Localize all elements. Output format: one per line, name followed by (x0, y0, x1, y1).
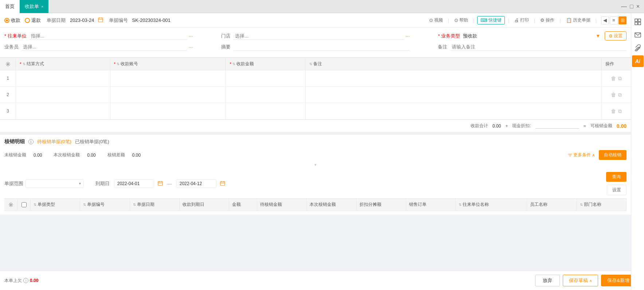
history-button[interactable]: 📋 历史单据 (564, 16, 593, 24)
number-field: 单据编号 SK-20230324-001 (109, 17, 171, 24)
toolbar-right: ⊙ 视频 | ⊙ 帮助 | ⌨ 快捷键 | 🖨 打印 | ⚙ 操作 (427, 16, 627, 24)
svg-point-9 (7, 63, 9, 65)
row-1-remark[interactable] (306, 70, 602, 86)
th-settings[interactable] (0, 59, 16, 70)
help-button[interactable]: ⊙ 帮助 (452, 16, 470, 24)
row-3-remark[interactable] (306, 103, 602, 119)
store-input[interactable] (233, 32, 404, 40)
row-3-account[interactable] (110, 103, 226, 119)
discount-input[interactable] (535, 123, 579, 129)
list-view-button[interactable]: ≡ (610, 16, 618, 24)
bth-date: ⇅ 单据日期 (130, 199, 180, 211)
select-all-checkbox[interactable] (21, 202, 27, 207)
tab-close-icon[interactable]: × (41, 0, 43, 13)
row-3-copy-icon[interactable]: ⧉ (618, 108, 622, 114)
window-close-button[interactable]: × (636, 3, 640, 10)
minimize-button[interactable]: — (621, 3, 627, 10)
date-calendar-icon[interactable] (98, 17, 103, 23)
save-draft-chevron: ∧ (589, 279, 592, 283)
row-1-num: 1 (0, 70, 16, 86)
row-3-delete-icon[interactable]: 🗑 (611, 108, 616, 114)
view-toggle: ◀ ≡ ⊞ (601, 16, 627, 24)
grid-view-button[interactable]: ⊞ (619, 16, 627, 24)
refund-radio[interactable]: 退款 (25, 17, 41, 24)
business-type-dropdown[interactable]: ▼ (596, 33, 600, 39)
row-1-delete-icon[interactable]: 🗑 (611, 75, 616, 81)
date-from-calendar-icon[interactable] (158, 181, 163, 187)
auto-hexiao-button[interactable]: 自动核销 (599, 150, 627, 160)
bth-settings[interactable] (4, 199, 17, 210)
shortcut-button[interactable]: ⌨ 快捷键 (477, 16, 505, 24)
row-2-delete-icon[interactable]: 🗑 (611, 92, 616, 98)
tab-bar: 首页 收款单 × — □ × (0, 0, 644, 13)
salesperson-input[interactable] (21, 43, 187, 51)
partner-field: 往来单位 ··· (4, 32, 193, 40)
row-2-copy-icon[interactable]: ⧉ (618, 92, 622, 98)
svg-rect-14 (220, 181, 225, 185)
credit-value: 0.00 (30, 278, 38, 283)
abstract-field: 摘要 (221, 43, 410, 51)
abstract-input[interactable] (233, 43, 410, 51)
date-to-calendar-icon[interactable] (220, 181, 225, 187)
row-1-settlement[interactable] (16, 70, 110, 86)
row-1-copy-icon[interactable]: ⧉ (618, 75, 622, 82)
row-1-account[interactable] (110, 70, 226, 86)
ai-label: Ai (635, 58, 640, 64)
print-button[interactable]: 🖨 打印 (512, 16, 531, 24)
salesperson-field: 业务员 ··· (4, 43, 193, 51)
date-to-input[interactable] (176, 179, 216, 188)
bottom-actions: 放弃 保存草稿 ∧ 保存&新增 ∧ (535, 275, 640, 286)
sidebar-ai-button[interactable]: Ai (632, 55, 644, 67)
partner-input[interactable] (30, 32, 187, 40)
row-1-amount[interactable] (226, 70, 306, 86)
row-2-settlement[interactable] (16, 87, 110, 103)
sidebar-table-icon[interactable] (632, 16, 644, 28)
row-2-account[interactable] (110, 87, 226, 103)
query-button[interactable]: 查询 (606, 172, 627, 182)
filter-row: 单据范围 到期日 — 查询 (4, 169, 627, 198)
account-sort-icon: ⇅ (117, 62, 119, 66)
save-draft-button[interactable]: 保存草稿 ∧ (563, 275, 598, 286)
completed-tab[interactable]: 已核销单据(0笔) (75, 138, 109, 145)
bth-checkbox[interactable] (17, 199, 31, 210)
salesperson-more-button[interactable]: ··· (189, 44, 193, 50)
remark-input[interactable] (450, 43, 627, 51)
hexiao-info-icon[interactable]: i (28, 139, 34, 144)
settings-button[interactable]: ⚙ 设置 (605, 31, 627, 40)
receipt-radio[interactable]: 收款 (4, 17, 20, 24)
video-button[interactable]: ⊙ 视频 (427, 16, 445, 24)
row-2-amount[interactable] (226, 87, 306, 103)
tab-receipt[interactable]: 收款单 × (20, 0, 48, 13)
row-2-remark[interactable] (306, 87, 602, 103)
hexiao-settings-button[interactable]: 设置 (607, 185, 627, 195)
store-more-button[interactable]: ··· (405, 33, 410, 39)
prev-page-button[interactable]: ◀ (601, 16, 609, 24)
range-select[interactable] (25, 179, 84, 188)
available-label: 可核销金额 (590, 123, 612, 129)
pending-tab[interactable]: 待核销单据(0笔) (37, 138, 71, 145)
th-settlement: ⇅ 结算方式 (16, 58, 110, 70)
credit-info-icon[interactable]: i (23, 278, 28, 283)
row-3-settlement[interactable] (16, 103, 110, 119)
due-date-label: 到期日 (95, 180, 110, 187)
sidebar-attach-icon[interactable] (632, 42, 644, 54)
date-from-input[interactable] (114, 179, 154, 188)
operation-button[interactable]: ⚙ 操作 (538, 16, 557, 24)
sidebar-email-icon[interactable] (632, 29, 644, 41)
remark-field: 备注 (438, 43, 627, 51)
settings-gear-icon: ⚙ (609, 34, 613, 39)
tab-home[interactable]: 首页 (0, 0, 20, 13)
maximize-button[interactable]: □ (630, 3, 633, 10)
partner-more-button[interactable]: ··· (189, 33, 193, 39)
more-conditions-button[interactable]: 更多条件 ∧ (568, 152, 595, 158)
row-3-amount[interactable] (226, 103, 306, 119)
date-field: 单据日期 2023-03-24 (47, 17, 103, 24)
range-label: 单据范围 (4, 180, 23, 187)
receipt-radio-circle (4, 18, 9, 23)
total-label: 收款合计 (471, 123, 488, 129)
remark-label: 备注 (438, 44, 447, 50)
business-type-value: 预收款 (463, 33, 594, 39)
hexiao-title-row: 核销明细 i 待核销单据(0笔) 已核销单据(0笔) (4, 138, 627, 145)
abandon-button[interactable]: 放弃 (535, 275, 560, 286)
receipt-table: ⇅ 结算方式 ⇅ 收款账号 ⇅ 收款金额 ⇅ 备注 操作 1 (0, 58, 631, 132)
